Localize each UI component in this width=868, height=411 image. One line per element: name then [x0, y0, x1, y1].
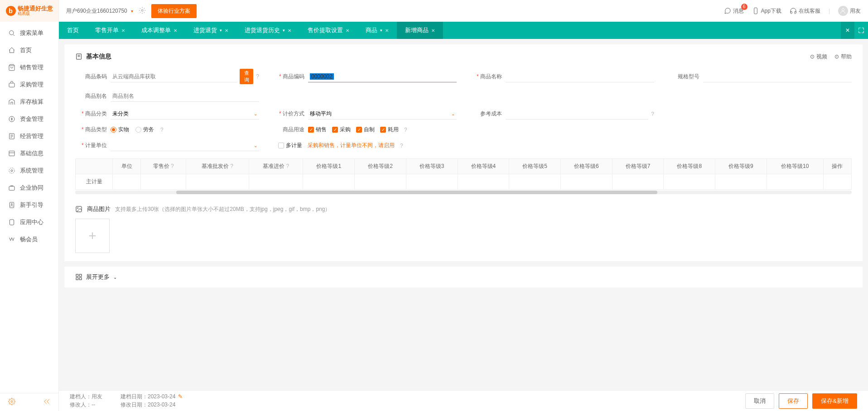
table-cell[interactable] [767, 174, 823, 190]
table-cell[interactable] [823, 174, 851, 190]
help-button[interactable]: ⊙ 帮助 [834, 53, 852, 61]
expand-more-button[interactable]: 展开更多 ⌄ [64, 267, 863, 287]
tab-1[interactable]: 零售开单✕ [87, 22, 133, 39]
table-cell[interactable] [355, 174, 406, 190]
table-cell[interactable] [141, 174, 186, 190]
usage-purchase-checkbox[interactable]: 采购 [332, 126, 351, 134]
table-cell[interactable] [303, 174, 355, 190]
table-cell[interactable] [715, 174, 767, 190]
close-all-tabs-button[interactable]: ✕ [841, 22, 854, 39]
alias-input[interactable] [111, 91, 259, 102]
help-icon[interactable]: ? [286, 163, 289, 169]
online-service-label: 在线客服 [799, 7, 820, 15]
sidebar-item-collab[interactable]: 企业协同 [0, 179, 58, 196]
tab-close-icon[interactable]: ✕ [288, 28, 291, 33]
save-button[interactable]: 保存 [779, 393, 808, 409]
svg-rect-13 [9, 186, 14, 191]
multi-unit-note: 采购和销售，计量单位不同，请启用 [308, 142, 395, 149]
help-icon[interactable]: ? [160, 127, 164, 133]
barcode-query-button[interactable]: 查询 [240, 69, 254, 84]
tabs-bar: 首页零售开单✕成本调整单✕进货退货▾✕进货退货历史▾✕售价提取设置✕商品▾✕新增… [59, 22, 868, 39]
chevron-down-icon: ▾ [131, 9, 133, 14]
table-cell[interactable] [113, 174, 141, 190]
name-input[interactable] [506, 71, 654, 82]
tab-6[interactable]: 商品▾✕ [357, 22, 397, 39]
tab-close-icon[interactable]: ✕ [225, 28, 228, 33]
tab-2[interactable]: 成本调整单✕ [133, 22, 185, 39]
settings-icon[interactable] [8, 398, 15, 406]
gear-icon[interactable] [139, 7, 146, 15]
help-icon[interactable]: ? [404, 127, 407, 133]
tab-0[interactable]: 首页 [59, 22, 87, 39]
fullscreen-button[interactable] [854, 22, 868, 39]
refcost-input[interactable] [506, 108, 648, 119]
table-cell[interactable] [560, 174, 612, 190]
cancel-button[interactable]: 取消 [745, 393, 774, 409]
usage-sale-checkbox[interactable]: 销售 [308, 126, 327, 134]
table-cell[interactable] [186, 174, 249, 190]
sidebar-item-vip[interactable]: 畅会员 [0, 231, 58, 248]
online-service-button[interactable]: 在线客服 [790, 7, 820, 15]
table-cell[interactable] [249, 174, 303, 190]
sidebar-item-ops[interactable]: 经营管理 [0, 128, 58, 145]
tab-close-icon[interactable]: ✕ [174, 28, 177, 33]
table-header: 价格等级1 [303, 159, 355, 174]
help-icon[interactable]: ? [230, 163, 233, 169]
help-icon[interactable]: ? [400, 143, 403, 149]
tab-close-icon[interactable]: ✕ [121, 28, 125, 33]
sidebar-item-purchase[interactable]: 采购管理 [0, 76, 58, 93]
tenant-select[interactable]: 用户690企业1660120750 ▾ [66, 7, 133, 15]
sidebar-item-sales[interactable]: 销售管理 [0, 59, 58, 76]
user-menu[interactable]: 用友 [838, 6, 861, 16]
tab-close-icon[interactable]: ✕ [431, 28, 435, 33]
barcode-input[interactable] [111, 71, 237, 82]
table-scrollbar[interactable] [75, 191, 852, 194]
sidebar-item-apps[interactable]: 应用中心 [0, 214, 58, 231]
usage-consume-checkbox[interactable]: 耗用 [380, 126, 399, 134]
code-input[interactable]: 0000002 [308, 71, 457, 82]
tab-7[interactable]: 新增商品✕ [397, 22, 443, 39]
name-label: 商品名称 [470, 73, 502, 81]
sidebar-item-system[interactable]: 系统管理 [0, 162, 58, 179]
unit-select[interactable] [111, 140, 259, 151]
sidebar-item-stock[interactable]: 库存核算 [0, 93, 58, 110]
help-icon[interactable]: ? [651, 111, 654, 117]
table-cell[interactable] [406, 174, 458, 190]
svg-point-11 [9, 168, 14, 173]
save-and-new-button[interactable]: 保存&新增 [812, 393, 857, 409]
help-icon[interactable]: ? [171, 163, 174, 169]
svg-rect-29 [79, 274, 82, 277]
table-header [76, 159, 113, 174]
usage-self-checkbox[interactable]: 自制 [356, 126, 375, 134]
edit-date-icon[interactable]: ✎ [178, 393, 183, 400]
video-help-button[interactable]: ⊙ 视频 [810, 53, 827, 61]
costing-select[interactable] [308, 108, 457, 119]
trial-industry-button[interactable]: 体验行业方案 [151, 4, 197, 18]
category-select[interactable] [111, 108, 259, 119]
sidebar-item-search[interactable]: 搜索菜单 [0, 24, 58, 42]
tab-close-icon[interactable]: ✕ [346, 28, 349, 33]
tab-close-icon[interactable]: ✕ [385, 28, 389, 33]
table-cell[interactable] [458, 174, 509, 190]
type-physical-radio[interactable]: 实物 [111, 126, 129, 134]
type-service-radio[interactable]: 劳务 [135, 126, 154, 134]
collapse-icon[interactable] [43, 398, 50, 406]
table-cell[interactable] [509, 174, 561, 190]
sidebar-item-finance[interactable]: 资金管理 [0, 110, 58, 128]
sidebar-item-guide[interactable]: 新手引导 [0, 196, 58, 214]
tab-5[interactable]: 售价提取设置✕ [299, 22, 357, 39]
username-label: 用友 [850, 7, 861, 15]
spec-input[interactable] [703, 71, 852, 82]
alias-label: 商品别名 [75, 92, 107, 100]
table-cell[interactable] [612, 174, 664, 190]
help-icon[interactable]: ? [256, 73, 259, 80]
sidebar-item-base[interactable]: 基础信息 [0, 145, 58, 162]
sidebar-item-home[interactable]: 首页 [0, 42, 58, 59]
table-cell[interactable] [664, 174, 715, 190]
tab-3[interactable]: 进货退货▾✕ [185, 22, 236, 39]
upload-image-button[interactable]: + [75, 219, 110, 253]
app-download-button[interactable]: App下载 [752, 7, 781, 15]
messages-button[interactable]: 消息 6 [724, 7, 744, 15]
multi-unit-checkbox[interactable]: 多计量 [278, 142, 302, 149]
tab-4[interactable]: 进货退货历史▾✕ [236, 22, 299, 39]
